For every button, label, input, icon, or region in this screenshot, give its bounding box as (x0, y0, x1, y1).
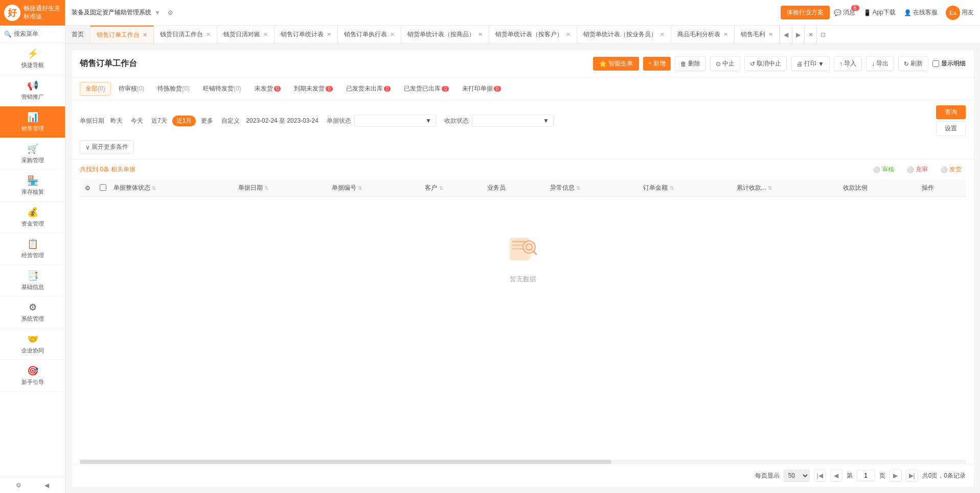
sidebar-item-marketing[interactable]: 📢 营销推广 (0, 75, 65, 106)
import-btn[interactable]: ↑ 导入 (834, 56, 862, 71)
user-action[interactable]: Ea 用友 (946, 6, 974, 20)
first-page-btn[interactable]: |◀ (814, 469, 826, 482)
sidebar-item-base-info[interactable]: 📑 基础信息 (0, 265, 65, 297)
tab-close-gross[interactable]: ✕ (768, 31, 773, 38)
print-btn[interactable]: 🖨 打印 ▼ (791, 56, 830, 71)
filter-tab-not-shipped[interactable]: 未发货0 (249, 82, 287, 96)
search-row-2: ∨ 展开更多条件 (80, 140, 966, 154)
new-btn[interactable]: + 新增 (643, 57, 671, 71)
tab-shipment-customer[interactable]: 销货单统计表（按客户） ✕ (489, 26, 577, 44)
filter-tab-not-printed[interactable]: 未打印单据0 (457, 82, 507, 96)
sidebar-item-inventory[interactable]: 🏪 库存核算 (0, 170, 65, 201)
sort-icon-date[interactable]: ⇅ (264, 185, 268, 191)
refresh-btn[interactable]: ↻ 刷新 (898, 56, 928, 71)
tab-close-cash-ledger[interactable]: ✕ (263, 31, 268, 38)
cancel-stop-btn[interactable]: ↺ 取消中止 (744, 56, 787, 71)
tab-nav-prev[interactable]: ◀ (780, 26, 792, 44)
filter-tab-shipped-not-out[interactable]: 已发货未出库0 (340, 82, 397, 96)
industry-btn[interactable]: 体验行业方案 (781, 6, 830, 19)
query-btn[interactable]: 查询 (936, 105, 966, 119)
message-action[interactable]: 💬 消息 6 (834, 8, 855, 17)
app-download-action[interactable]: 📱 App下载 (863, 8, 896, 17)
tab-close-cash-daily[interactable]: ✕ (206, 31, 211, 38)
tab-close-shipment-product[interactable]: ✕ (478, 31, 483, 38)
revoke-op-btn[interactable]: ⚪ 充审 (902, 164, 932, 175)
sort-icon-anomaly[interactable]: ⇅ (576, 185, 580, 191)
sidebar-item-system[interactable]: ⚙ 系统管理 (0, 297, 65, 328)
filter-tab-overdue[interactable]: 到期未发货0 (288, 82, 338, 96)
sidebar-item-guide[interactable]: 🎯 新手引导 (0, 360, 65, 392)
sort-icon-collected[interactable]: ⇅ (768, 185, 772, 191)
tab-sales-stats[interactable]: 销售订单统计表 ✕ (275, 26, 338, 44)
tab-margin[interactable]: 商品毛利分析表 ✕ (671, 26, 735, 44)
settings-btn[interactable]: 设置 (936, 121, 966, 136)
guide-icon: 🎯 (27, 365, 38, 376)
sort-icon-amount[interactable]: ⇅ (670, 185, 674, 191)
col-settings[interactable]: ⚙ (80, 180, 95, 197)
page-input[interactable] (857, 470, 875, 481)
tab-sales-exec[interactable]: 销售订单执行表 ✕ (338, 26, 401, 44)
scrollbar-thumb[interactable] (80, 460, 611, 464)
tab-home[interactable]: 首页 (65, 26, 90, 44)
filter-tab-pending-review[interactable]: 待审核(0) (113, 82, 150, 96)
ship-op-btn[interactable]: ⚪ 发货 (936, 164, 966, 175)
per-page-select[interactable]: 50 10 20 100 (784, 469, 810, 482)
tab-close-sales-workbench[interactable]: ✕ (143, 32, 147, 38)
settings-icon[interactable]: ⚙ (16, 482, 21, 489)
show-detail-checkbox[interactable] (932, 60, 939, 67)
audit-op-btn[interactable]: ⚪ 审核 (869, 164, 898, 175)
tab-gross[interactable]: 销售毛利 ✕ (735, 26, 780, 44)
last-page-btn[interactable]: ▶| (906, 469, 918, 482)
tab-cash-daily[interactable]: 钱货日清工作台 ✕ (154, 26, 217, 44)
date-opt-custom[interactable]: 自定义 (218, 116, 243, 126)
filter-tab-pending-inspect[interactable]: 待拣验货(0) (152, 82, 195, 96)
tab-close-sales-exec[interactable]: ✕ (390, 31, 395, 38)
tab-nav-next[interactable]: ▶ (792, 26, 804, 44)
settings-gear-icon[interactable]: ⚙ (168, 9, 173, 16)
tab-close-shipment-customer[interactable]: ✕ (566, 31, 571, 38)
select-all-checkbox[interactable] (100, 184, 106, 191)
tab-close-all[interactable]: ✕ (804, 26, 816, 44)
tab-close-sales-stats[interactable]: ✕ (327, 31, 331, 38)
date-opt-today[interactable]: 今天 (128, 116, 146, 126)
delete-btn[interactable]: 🗑 删除 (675, 56, 706, 71)
tab-close-shipment-staff[interactable]: ✕ (660, 31, 665, 38)
sidebar-item-enterprise[interactable]: 🤝 企业协同 (0, 328, 65, 360)
sort-icon-number[interactable]: ⇅ (358, 185, 362, 191)
sidebar-item-operations[interactable]: 📋 经营管理 (0, 233, 65, 265)
sidebar-search[interactable]: 🔍 搜索菜单 (0, 26, 65, 43)
sidebar-item-finance[interactable]: 💰 资金管理 (0, 201, 65, 233)
sort-icon-status[interactable]: ⇅ (152, 185, 156, 191)
collapse-icon[interactable]: ◀ (44, 482, 49, 489)
date-opt-yesterday[interactable]: 昨天 (107, 116, 126, 126)
show-detail-label[interactable]: 显示明细 (932, 59, 966, 68)
next-page-btn[interactable]: ▶ (890, 469, 902, 482)
service-icon: 👤 (904, 9, 911, 16)
status-select[interactable]: ▼ (354, 115, 436, 127)
sidebar-item-purchase[interactable]: 🛒 采购管理 (0, 138, 65, 170)
filter-tab-wangpu[interactable]: 旺铺待发货(0) (197, 82, 247, 96)
filter-tab-all[interactable]: 全部(0) (80, 82, 111, 96)
sidebar-item-quick-nav[interactable]: ⚡ 快捷导航 (0, 43, 65, 75)
export-btn[interactable]: ↓ 导出 (866, 56, 894, 71)
sort-icon-customer[interactable]: ⇅ (439, 185, 443, 191)
date-opt-1month[interactable]: 近1月 (172, 116, 196, 126)
stop-btn[interactable]: ⊙ 中止 (710, 56, 740, 71)
date-opt-7days[interactable]: 近7天 (148, 116, 170, 126)
tab-close-margin[interactable]: ✕ (723, 31, 728, 38)
prev-page-btn[interactable]: ◀ (830, 469, 842, 482)
tab-shipment-product[interactable]: 销货单统计表（按商品） ✕ (401, 26, 489, 44)
online-service-action[interactable]: 👤 在线客服 (904, 8, 938, 17)
tab-cash-ledger[interactable]: 钱货日清对账 ✕ (217, 26, 275, 44)
filter-tab-shipped-out[interactable]: 已发货已出库0 (398, 82, 454, 96)
payment-select[interactable]: ▼ (472, 115, 554, 127)
expand-conditions-btn[interactable]: ∨ 展开更多条件 (80, 140, 134, 154)
horizontal-scrollbar[interactable] (80, 460, 966, 464)
tab-sales-workbench[interactable]: 销售订单工作台 ✕ (90, 26, 154, 44)
smart-btn[interactable]: ⭐ 智能生单 (593, 57, 639, 71)
tab-expand[interactable]: ⊡ (816, 26, 829, 44)
sidebar-item-sales[interactable]: 📊 销售管理 (0, 106, 65, 138)
date-opt-more[interactable]: 更多 (198, 116, 216, 126)
tab-shipment-staff[interactable]: 销货单统计表（按业务员） ✕ (577, 26, 671, 44)
col-checkbox[interactable] (95, 180, 110, 197)
